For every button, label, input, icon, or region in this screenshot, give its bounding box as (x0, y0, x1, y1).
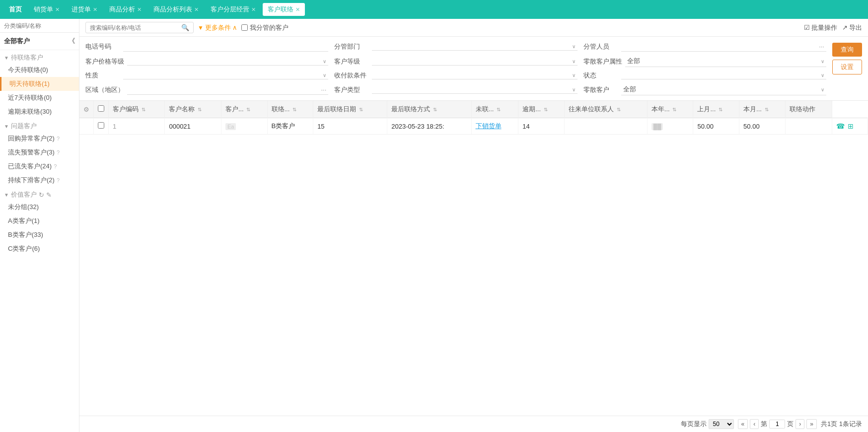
pagination: « ‹ 第 页 › » (738, 419, 817, 429)
help-icon-1[interactable]: ? (57, 136, 60, 142)
filter-row-4: 区域（地区） ··· 客户类型 ∨ (85, 84, 826, 95)
row-gear (79, 118, 94, 135)
close-goods-analysis-icon[interactable]: ✕ (137, 6, 142, 13)
nature-label: 性质 (85, 71, 120, 80)
close-goods-list-icon[interactable]: ✕ (194, 6, 199, 13)
content-area: 🔍 ▼ 更多条件 ∧ 我分管的客户 ☑ 批量操作 ↗ 导出 (79, 19, 868, 432)
sort-icon-type[interactable]: ⇅ (246, 107, 250, 112)
sidebar-churn-warning[interactable]: 流失预警客户(3) ? (0, 145, 79, 159)
nav-customer-contact[interactable]: 客户联络 ✕ (263, 3, 305, 16)
nav-home[interactable]: 首页 (4, 3, 27, 16)
filter-row-1: 电话号码 分管部门 ∨ 分管人员 (85, 42, 826, 52)
all-customers-label: 全部客户 (4, 37, 30, 46)
search-input[interactable] (90, 24, 179, 31)
manager-dots[interactable]: ··· (819, 43, 824, 50)
sidebar-class-b[interactable]: B类客户(33) (0, 228, 79, 242)
retail-attr-select[interactable]: 全部 ∨ (625, 56, 826, 67)
close-customer-tier-icon[interactable]: ✕ (251, 6, 256, 13)
dept-select[interactable]: ∨ (372, 43, 577, 51)
nav-purchase[interactable]: 进货单 ✕ (67, 3, 102, 16)
edit-icon[interactable]: ✎ (46, 191, 52, 199)
sidebar-declining[interactable]: 持续下滑客户(2) ? (0, 173, 79, 187)
sort-icon-year[interactable]: ⇅ (672, 107, 676, 112)
page-size-select[interactable]: 50 100 200 (709, 419, 734, 429)
my-customers-check[interactable] (241, 24, 248, 31)
first-page-button[interactable]: « (738, 419, 748, 429)
export-button[interactable]: ↗ 导出 (842, 23, 862, 32)
sidebar-search-input[interactable] (4, 22, 78, 29)
retail-attr-label: 零散客户属性 (583, 57, 622, 66)
table-row: 1 000021 Ea B类客户 15 (79, 118, 868, 135)
sidebar-7day-contact[interactable]: 近7天待联络(0) (0, 91, 79, 105)
region-dots[interactable]: ··· (321, 86, 326, 93)
nav-goods-analysis[interactable]: 商品分析 ✕ (104, 3, 146, 16)
group-pending-contact: ▼ 待联络客户 (0, 50, 79, 63)
query-button[interactable]: 查询 (832, 43, 862, 57)
col-gear[interactable]: ⚙ (79, 101, 94, 118)
sort-icon-person[interactable]: ⇅ (617, 107, 621, 112)
next-page-button[interactable]: › (796, 419, 804, 429)
sidebar-ungrouped[interactable]: 未分组(32) (0, 200, 79, 214)
sidebar-tomorrow-contact[interactable]: 明天待联络(1) (0, 77, 79, 91)
filter-customer-type: 客户类型 ∨ (334, 85, 577, 94)
col-last-contact-method: 最后联络方式 ⇅ (387, 101, 471, 118)
sort-icon-overdue[interactable]: ⇅ (544, 107, 548, 112)
status-select[interactable]: ∨ (621, 72, 826, 79)
phone-input[interactable] (123, 42, 328, 52)
sidebar-repurchase-abnormal[interactable]: 回购异常客户(2) ? (0, 132, 79, 145)
dept-label: 分管部门 (334, 42, 369, 51)
nav-customer-tier[interactable]: 客户分层经营 ✕ (206, 3, 261, 16)
sort-icon-method[interactable]: ⇅ (433, 107, 437, 112)
nature-select[interactable]: ∨ (123, 72, 328, 79)
sort-icon-date[interactable]: ⇅ (359, 107, 363, 112)
sort-icon-code[interactable]: ⇅ (142, 107, 145, 112)
my-customers-checkbox[interactable]: 我分管的客户 (241, 23, 289, 32)
all-customers-item[interactable]: 全部客户 《 (0, 33, 79, 50)
settings-button[interactable]: 设置 (832, 60, 862, 74)
batch-operation-button[interactable]: ☑ 批量操作 (804, 23, 837, 32)
help-icon-4[interactable]: ? (57, 177, 60, 183)
filter-phone: 电话号码 (85, 42, 328, 52)
refresh-icon[interactable]: ↻ (39, 191, 44, 199)
row-last-month: 50.00 (739, 118, 786, 135)
help-icon-2[interactable]: ? (57, 149, 60, 155)
nav-goods-analysis-list[interactable]: 商品分析列表 ✕ (148, 3, 204, 16)
dept-caret-icon: ∨ (572, 44, 576, 49)
price-level-label: 客户价格等级 (85, 57, 124, 66)
col-last-month: 上月... ⇅ (693, 101, 739, 118)
contact-action-icon[interactable]: ☎ (836, 122, 845, 130)
row-select-checkbox[interactable] (98, 122, 104, 129)
sort-icon-tmonth[interactable]: ⇅ (765, 107, 769, 112)
close-customer-contact-icon[interactable]: ✕ (295, 6, 300, 13)
sort-icon-lmonth[interactable]: ⇅ (719, 107, 723, 112)
payment-select[interactable]: ∨ (372, 72, 577, 79)
collapse-icon[interactable]: 《 (69, 37, 75, 46)
nav-sales[interactable]: 销货单 ✕ (29, 3, 65, 16)
sidebar-class-a[interactable]: A类客户(1) (0, 214, 79, 228)
customer-level-select[interactable]: ∨ (372, 58, 577, 66)
prev-page-button[interactable]: ‹ (750, 419, 759, 429)
sidebar-class-c[interactable]: C类客户(6) (0, 242, 79, 256)
more-action-icon[interactable]: ⊞ (848, 122, 854, 130)
customer-type-select[interactable]: ∨ (372, 86, 577, 94)
sort-icon-uncontact[interactable]: ⇅ (497, 107, 501, 112)
sidebar-overdue-contact[interactable]: 逾期未联络(30) (0, 105, 79, 119)
search-icon[interactable]: 🔍 (181, 24, 189, 31)
select-all-checkbox[interactable] (98, 105, 104, 112)
sidebar-churned[interactable]: 已流失客户(24) ? (0, 159, 79, 173)
page-size-selector: 每页显示 50 100 200 (681, 419, 734, 429)
help-icon-3[interactable]: ? (54, 163, 57, 169)
phone-label: 电话号码 (85, 42, 120, 51)
more-filter-button[interactable]: ▼ 更多条件 ∧ (198, 23, 237, 32)
sort-icon-name[interactable]: ⇅ (198, 107, 202, 112)
retail-customer-select[interactable]: 全部 ∨ (621, 84, 826, 95)
close-purchase-icon[interactable]: ✕ (93, 6, 97, 13)
page-number-input[interactable] (769, 420, 785, 429)
last-page-button[interactable]: » (806, 419, 817, 429)
close-sales-icon[interactable]: ✕ (55, 6, 60, 13)
price-level-select[interactable]: ∨ (127, 58, 328, 66)
row-this-month (785, 118, 832, 135)
sidebar-today-contact[interactable]: 今天待联络(0) (0, 63, 79, 77)
col-contact-count: 联络... ⇅ (267, 101, 313, 118)
sort-icon-contact[interactable]: ⇅ (292, 107, 296, 112)
